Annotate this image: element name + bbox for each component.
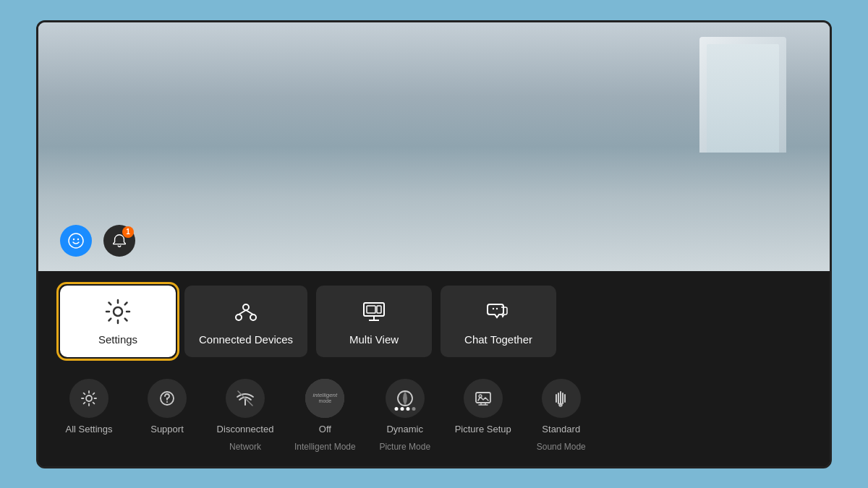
svg-point-18 [166,401,168,403]
sound-mode-label: Standard [542,424,580,436]
smile-button[interactable] [60,225,92,257]
network-sublabel: Network [229,442,261,452]
chat-together-icon [484,297,513,326]
qs-picture-setup[interactable]: Picture Setup [454,379,512,436]
settings-label: Settings [98,333,137,346]
picture-setup-label: Picture Setup [455,424,511,436]
picture-mode-sublabel: Picture Mode [379,442,430,452]
svg-point-0 [69,234,83,248]
picture-setup-icon-wrap [464,379,503,418]
qs-sound-mode[interactable]: Standard Sound Mode [532,379,590,452]
support-icon [158,389,176,408]
quick-settings-row: All Settings Support [60,372,808,452]
preview-area: 1 [38,22,830,271]
qs-network[interactable]: Disconnected Network [216,379,274,452]
sound-mode-sublabel: Sound Mode [537,442,586,452]
connected-devices-icon [231,297,260,326]
picture-mode-dots [394,407,415,411]
picture-mode-icon-wrap [386,379,425,418]
svg-point-5 [236,314,242,320]
sound-mode-icon-wrap [542,379,581,418]
support-icon-wrap [148,379,187,418]
svg-point-2 [77,238,79,239]
svg-point-1 [73,238,75,239]
smile-icon [67,232,85,249]
all-settings-icon-wrap [69,379,109,418]
intelligent-mode-icon-wrap: intelligent mode [305,379,344,418]
top-icons: 1 [60,225,135,257]
support-label: Support [150,424,184,436]
all-settings-label: All Settings [65,424,112,436]
notification-badge: 1 [122,226,134,238]
nav-item-connected-devices[interactable]: Connected Devices [184,286,307,357]
bottom-panel: Settings Connected Devices [38,271,830,466]
chat-together-label: Chat Together [464,333,532,346]
svg-point-4 [243,304,249,310]
svg-line-7 [239,310,246,314]
picture-setup-icon [474,389,493,408]
svg-point-14 [493,307,494,309]
multi-view-icon [359,297,388,326]
nav-item-multi-view[interactable]: Multi View [316,286,432,357]
main-nav: Settings Connected Devices [60,271,808,372]
qs-support[interactable]: Support [138,379,196,436]
network-status-label: Disconnected [217,424,274,436]
intelligent-mode-text: intelligent [312,392,337,398]
settings-icon [103,297,132,326]
svg-rect-21 [476,393,490,403]
svg-point-6 [250,314,256,320]
intelligent-mode-sublabel: Intelligent Mode [294,442,356,452]
intelligent-mode-label: Off [319,424,331,436]
svg-rect-10 [367,306,375,313]
network-icon-wrap [226,379,265,418]
picture-mode-label: Dynamic [386,424,423,436]
all-settings-icon [80,389,98,408]
svg-line-8 [246,310,253,314]
window-graphic [699,37,786,153]
sound-mode-icon [552,389,571,408]
qs-intelligent-mode[interactable]: intelligent mode Off Intelligent Mode [294,379,356,452]
nav-item-settings[interactable]: Settings [60,286,176,357]
bell-button[interactable]: 1 [103,225,135,257]
nav-item-chat-together[interactable]: Chat Together [441,286,556,357]
svg-point-3 [114,307,122,316]
qs-picture-mode[interactable]: Dynamic Picture Mode [376,379,434,452]
connected-devices-label: Connected Devices [199,333,293,346]
qs-all-settings[interactable]: All Settings [60,379,118,436]
svg-point-22 [479,395,482,398]
tv-frame: 1 Settings [36,20,832,468]
svg-point-15 [496,307,498,309]
svg-rect-11 [377,306,381,313]
network-icon [236,389,255,408]
picture-mode-icon [395,388,415,408]
svg-point-16 [86,395,92,401]
intelligent-mode-subtext: mode [319,398,332,404]
intelligent-mode-inner: intelligent mode [305,379,344,418]
multi-view-label: Multi View [349,333,399,346]
